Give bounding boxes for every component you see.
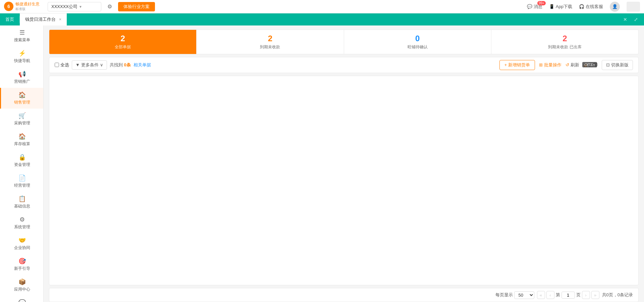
found-count: 0条 <box>124 62 131 67</box>
prev-page-button[interactable]: ‹ <box>546 291 554 299</box>
purchase-icon: 🛒 <box>18 112 26 119</box>
toolbar-right: + 新增销货单 ⊞ 批量操作 ↺ 刷新 🖨 打印 ⊡ 切换新版 <box>499 60 633 70</box>
sales-icon: 🏠 <box>18 91 26 99</box>
pagination-bar: 每页显示 50 100 « ‹ 第 页 › » 共0页，0条记录 <box>49 288 639 302</box>
stat-num-unshipped: 2 <box>562 34 567 44</box>
batch-icon: ⊞ <box>539 62 543 67</box>
first-page-button[interactable]: « <box>537 291 545 299</box>
company-name: XXXXXX公司 <box>51 4 77 10</box>
page-input[interactable] <box>561 292 575 299</box>
switch-icon: ⊡ <box>606 62 610 67</box>
filter-icon: ▼ <box>75 62 80 67</box>
switch-version-button[interactable]: ⊡ 切换新版 <box>602 60 633 70</box>
sidebar-item-quick-nav[interactable]: ⚡ 快捷导航 <box>0 46 43 67</box>
sidebar-item-guide[interactable]: 🎯 新手引导 <box>0 254 43 275</box>
marketing-icon: 📢 <box>18 70 26 78</box>
sidebar-item-system[interactable]: ⚙ 系统管理 <box>0 213 43 233</box>
logo-badge: 标准版 <box>15 7 40 11</box>
sidebar-label-basic-info: 基础信息 <box>14 203 30 209</box>
filter-button[interactable]: ▼ 更多条件 ∨ <box>72 60 107 70</box>
system-icon: ⚙ <box>19 216 25 223</box>
refresh-button[interactable]: ↺ 刷新 <box>566 62 579 68</box>
last-page-button[interactable]: » <box>591 291 599 299</box>
filter-chevron: ∨ <box>100 62 103 67</box>
sidebar-item-marketing[interactable]: 📢 营销推广 <box>0 67 43 88</box>
per-page-label: 每页显示 <box>495 292 513 298</box>
gear-button[interactable]: ⚙ <box>105 2 115 12</box>
stat-cards: 2 全部单据 2 到期未收款 0 旺铺待确认 2 到期未收款 已出库 <box>49 29 639 54</box>
sidebar-item-search-menu[interactable]: ☰ 搜索菜单 <box>0 25 43 46</box>
sidebar-item-basic-info[interactable]: 📋 基础信息 <box>0 192 43 213</box>
tab-work-station[interactable]: 钱货日清工作台 × <box>20 13 67 25</box>
new-sale-button[interactable]: + 新增销货单 <box>499 60 535 70</box>
nav-tabs: 首页 钱货日清工作台 × ✕ ⤢ <box>0 13 644 25</box>
page-label: 第 <box>556 292 560 298</box>
service-icon: 🎧 <box>579 4 584 9</box>
sidebar-item-finance[interactable]: 🔒 资金管理 <box>0 150 43 171</box>
select-all-checkbox[interactable]: 全选 <box>55 62 69 68</box>
stat-label-all: 全部单据 <box>115 44 131 50</box>
app-download-button[interactable]: 📱 App下载 <box>549 4 572 10</box>
sidebar-label-quick-nav: 快捷导航 <box>14 58 30 64</box>
app-download-label: App下载 <box>556 4 572 10</box>
sidebar-label-system: 系统管理 <box>14 224 30 230</box>
table-area <box>49 76 639 285</box>
sidebar-label-enterprise: 企业协同 <box>14 245 30 251</box>
page-navigation: « ‹ 第 页 › » <box>537 291 599 299</box>
total-label: 共0页，0条记录 <box>602 292 633 298</box>
stat-card-overdue[interactable]: 2 到期未收款 <box>197 30 344 54</box>
online-service-label: 在线客服 <box>586 4 603 10</box>
sidebar-item-app-center[interactable]: 📦 应用中心 <box>0 275 43 296</box>
tab-home-label: 首页 <box>5 16 14 22</box>
refresh-icon: ↺ <box>566 62 569 67</box>
per-page-select[interactable]: 50 100 <box>514 291 534 299</box>
filter-label: 更多条件 <box>81 62 99 68</box>
sidebar-item-inventory[interactable]: 🏠 库存核算 <box>0 129 43 150</box>
inventory-icon: 🏠 <box>18 133 26 140</box>
tab-close-icon[interactable]: × <box>59 17 61 22</box>
sidebar-label-finance: 资金管理 <box>14 162 30 168</box>
stat-num-pending: 0 <box>415 34 420 44</box>
stat-card-unshipped[interactable]: 2 到期未收款 已出库 <box>491 30 638 54</box>
user-info[interactable] <box>627 2 640 12</box>
sidebar-item-sales[interactable]: 🏠 销售管理 <box>0 88 43 109</box>
main-layout: ☰ 搜索菜单 ⚡ 快捷导航 📢 营销推广 🏠 销售管理 🛒 采购管理 🏠 库存核… <box>0 25 644 302</box>
sidebar-label-app-center: 应用中心 <box>14 287 30 292</box>
avatar[interactable]: 👤 <box>610 2 620 12</box>
finance-icon: 🔒 <box>18 154 26 161</box>
experience-button[interactable]: 体验行业方案 <box>118 2 155 11</box>
toolbar: 全选 ▼ 更多条件 ∨ 共找到 0条 相关单据 + 新增销货单 ⊞ 批量操作 <box>49 57 639 73</box>
select-all-input[interactable] <box>55 63 59 67</box>
sidebar-label-purchase: 采购管理 <box>14 120 30 126</box>
select-all-label: 全选 <box>60 62 69 68</box>
sidebar-label-marketing: 营销推广 <box>14 79 30 84</box>
sidebar-label-search-menu: 搜索菜单 <box>14 37 30 43</box>
sidebar-item-operations[interactable]: 📄 经营管理 <box>0 171 43 192</box>
sidebar-item-enterprise[interactable]: 🤝 企业协同 <box>0 233 43 254</box>
minimize-icon[interactable]: ✕ <box>621 15 629 23</box>
sidebar-item-purchase[interactable]: 🛒 采购管理 <box>0 109 43 129</box>
sidebar-item-wechat[interactable]: 💬 企业微信 <box>0 296 43 302</box>
maximize-icon[interactable]: ⤢ <box>632 15 640 23</box>
tab-work-station-label: 钱货日清工作台 <box>25 16 56 22</box>
online-service-button[interactable]: 🎧 在线客服 <box>579 4 603 10</box>
stat-label-pending: 旺铺待确认 <box>408 44 428 50</box>
stat-num-overdue: 2 <box>268 34 272 44</box>
related-link[interactable]: 相关单据 <box>133 62 151 68</box>
batch-button[interactable]: ⊞ 批量操作 <box>539 62 561 68</box>
often-badge: OfTEn <box>582 62 597 67</box>
tab-home[interactable]: 首页 <box>0 13 19 25</box>
window-controls: ✕ ⤢ <box>621 13 644 25</box>
refresh-label: 刷新 <box>571 62 579 68</box>
sidebar-label-inventory: 库存核算 <box>14 141 30 147</box>
found-text: 共找到 0条 <box>110 62 131 68</box>
stat-card-pending[interactable]: 0 旺铺待确认 <box>344 30 491 54</box>
company-selector[interactable]: XXXXXX公司 ▾ <box>48 2 101 11</box>
message-button[interactable]: 💬 消息 99+ <box>527 4 542 10</box>
stat-card-all[interactable]: 2 全部单据 <box>49 30 197 54</box>
logo-area: 6 畅捷通好生意 标准版 <box>4 2 48 11</box>
toolbar-left: 全选 ▼ 更多条件 ∨ 共找到 0条 相关单据 <box>55 60 497 70</box>
next-page-button[interactable]: › <box>582 291 590 299</box>
app-center-icon: 📦 <box>18 278 26 286</box>
stat-num-all: 2 <box>120 34 125 44</box>
